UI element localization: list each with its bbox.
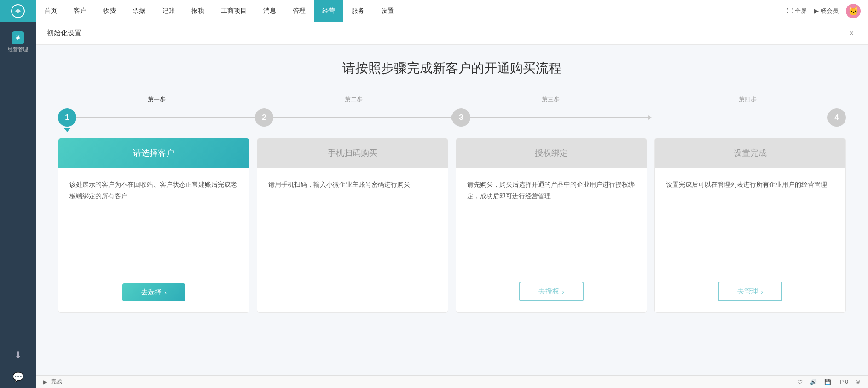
nav-item-message[interactable]: 消息 bbox=[255, 0, 284, 22]
step-4-btn[interactable]: 去管理 › bbox=[718, 282, 782, 301]
nav-item-fee[interactable]: 收费 bbox=[95, 0, 124, 22]
nav-item-accounting[interactable]: 记账 bbox=[154, 0, 183, 22]
step-card-2: 手机扫码购买 请用手机扫码，输入小微企业主账号密码进行购买 bbox=[257, 138, 448, 313]
shield-icon: 🛡 bbox=[797, 379, 803, 385]
step-3-indicator: 第三步 3 bbox=[452, 95, 649, 127]
card-3-body: 请先购买，购买后选择开通的产品中的企业用户进行授权绑定，成功后即可进行经营管理 bbox=[456, 168, 647, 274]
nav-item-commerce[interactable]: 工商项目 bbox=[213, 0, 255, 22]
version-label: ⑩ bbox=[856, 379, 861, 385]
steps-indicators: 第一步 1 第二步 bbox=[58, 95, 846, 127]
step-1-circle: 1 bbox=[58, 108, 76, 127]
sidebar: ¥ 经营管理 ⬇ 💬 bbox=[0, 22, 36, 388]
card-3-header: 授权绑定 bbox=[456, 138, 647, 168]
save-icon: 💾 bbox=[824, 379, 831, 385]
wizard-title: 请按照步骤完成新客户的开通购买流程 bbox=[58, 59, 846, 77]
step-3-btn-label: 去授权 bbox=[538, 287, 559, 296]
close-button[interactable]: × bbox=[846, 28, 857, 39]
main-layout: ¥ 经营管理 ⬇ 💬 初始化设置 × 请按照步骤完成新客户的开通购买流程 第一步 bbox=[0, 22, 868, 388]
status-bar-right: 🛡 🔊 💾 IP 0 ⑩ bbox=[797, 379, 861, 385]
nav-right: ⛶ 全屏 ▶ 畅会员 🐱 bbox=[787, 4, 868, 18]
ip-label: IP 0 bbox=[839, 379, 848, 385]
play-icon: ▶ bbox=[43, 379, 47, 385]
fullscreen-icon: ⛶ bbox=[787, 7, 793, 14]
nav-item-manage[interactable]: 管理 bbox=[284, 0, 314, 22]
sidebar-download[interactable]: ⬇ bbox=[0, 344, 36, 366]
step-3-btn[interactable]: 去授权 › bbox=[519, 282, 584, 301]
card-1-footer: 去选择 › bbox=[58, 276, 249, 312]
step-3-btn-arrow: › bbox=[562, 288, 564, 295]
vip-btn[interactable]: ▶ 畅会员 bbox=[814, 7, 839, 15]
wizard-area: 请按照步骤完成新客户的开通购买流程 第一步 1 bbox=[36, 45, 868, 375]
step-1-label: 第一步 bbox=[148, 95, 166, 104]
fullscreen-label: 全屏 bbox=[795, 7, 807, 15]
card-1-body: 该处展示的客户为不在回收站、客户状态正常建账后完成老板端绑定的所有客户 bbox=[58, 168, 249, 276]
page-title: 初始化设置 bbox=[47, 29, 81, 38]
top-nav: 首页 客户 收费 票据 记账 报税 工商项目 消息 管理 经营 服务 设置 ⛶ … bbox=[0, 0, 868, 22]
step-2-indicator: 第二步 2 bbox=[255, 95, 452, 127]
step-4-indicator: 第四步 4 bbox=[649, 95, 846, 127]
status-bar: ▶ 完成 🛡 🔊 💾 IP 0 ⑩ bbox=[36, 375, 868, 388]
nav-item-tax[interactable]: 报税 bbox=[183, 0, 213, 22]
nav-item-settings[interactable]: 设置 bbox=[373, 0, 402, 22]
step-1-indicator: 第一步 1 bbox=[58, 95, 255, 127]
business-icon: ¥ bbox=[12, 31, 24, 44]
volume-icon: 🔊 bbox=[810, 379, 817, 385]
step-1-btn[interactable]: 去选择 › bbox=[122, 283, 185, 301]
card-4-footer: 去管理 › bbox=[655, 274, 845, 312]
step-1-btn-label: 去选择 bbox=[141, 288, 162, 297]
card-4-header: 设置完成 bbox=[655, 138, 845, 168]
cards-container: 请选择客户 该处展示的客户为不在回收站、客户状态正常建账后完成老板端绑定的所有客… bbox=[58, 138, 846, 313]
step-3-circle: 3 bbox=[452, 108, 470, 127]
step-4-circle: 4 bbox=[827, 108, 846, 127]
status-label: 完成 bbox=[51, 378, 62, 386]
step-4-btn-label: 去管理 bbox=[737, 287, 758, 296]
card-2-body: 请用手机扫码，输入小微企业主账号密码进行购买 bbox=[257, 168, 448, 294]
card-3-footer: 去授权 › bbox=[456, 274, 647, 312]
play-icon: ▶ bbox=[814, 7, 819, 14]
step-2-circle: 2 bbox=[255, 108, 273, 127]
download-icon: ⬇ bbox=[14, 349, 22, 360]
nav-item-customer[interactable]: 客户 bbox=[65, 0, 95, 22]
sidebar-item-business[interactable]: ¥ 经营管理 bbox=[0, 26, 36, 58]
step-3-arrow bbox=[648, 115, 652, 120]
nav-item-home[interactable]: 首页 bbox=[36, 0, 65, 22]
card-2-header: 手机扫码购买 bbox=[257, 138, 448, 168]
nav-item-invoice[interactable]: 票据 bbox=[124, 0, 154, 22]
support-icon: 💬 bbox=[12, 371, 24, 382]
nav-items: 首页 客户 收费 票据 记账 报税 工商项目 消息 管理 经营 服务 设置 bbox=[36, 0, 787, 22]
step-card-1: 请选择客户 该处展示的客户为不在回收站、客户状态正常建账后完成老板端绑定的所有客… bbox=[58, 138, 249, 313]
nav-item-service[interactable]: 服务 bbox=[343, 0, 373, 22]
step-card-4: 设置完成 设置完成后可以在管理列表进行所有企业用户的经营管理 去管理 › bbox=[654, 138, 846, 313]
sidebar-item-label: 经营管理 bbox=[8, 46, 28, 53]
avatar[interactable]: 🐱 bbox=[846, 4, 861, 18]
sidebar-support[interactable]: 💬 bbox=[0, 366, 36, 388]
step-card-3: 授权绑定 请先购买，购买后选择开通的产品中的企业用户进行授权绑定，成功后即可进行… bbox=[456, 138, 647, 313]
nav-item-business[interactable]: 经营 bbox=[314, 0, 343, 22]
content-header: 初始化设置 × bbox=[36, 22, 868, 45]
step-2-label: 第二步 bbox=[345, 95, 363, 104]
logo[interactable] bbox=[0, 0, 36, 22]
step-4-label: 第四步 bbox=[739, 95, 757, 104]
vip-label: 畅会员 bbox=[821, 7, 839, 15]
card-2-footer bbox=[257, 294, 448, 312]
step-4-btn-arrow: › bbox=[761, 288, 763, 295]
card-1-header: 请选择客户 bbox=[58, 138, 249, 168]
step-1-btn-arrow: › bbox=[164, 288, 167, 296]
card-4-body: 设置完成后可以在管理列表进行所有企业用户的经营管理 bbox=[655, 168, 845, 274]
step-3-label: 第三步 bbox=[542, 95, 560, 104]
content-area: 初始化设置 × 请按照步骤完成新客户的开通购买流程 第一步 1 bbox=[36, 22, 868, 388]
fullscreen-btn[interactable]: ⛶ 全屏 bbox=[787, 7, 807, 15]
